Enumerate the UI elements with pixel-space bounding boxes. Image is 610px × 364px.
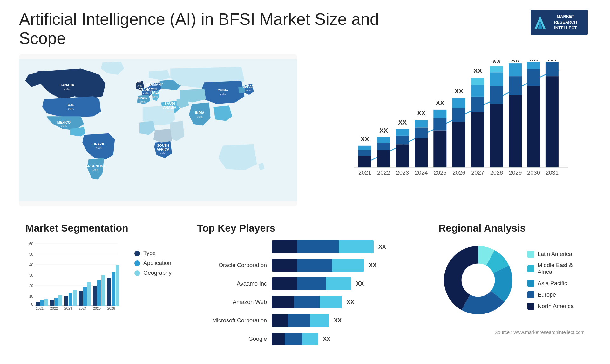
svg-point-108 [462, 264, 495, 297]
player-value-avaamo: XX [356, 280, 364, 287]
svg-rect-19 [396, 129, 409, 136]
svg-rect-18 [396, 136, 409, 144]
uk-value: xx% [137, 84, 143, 88]
page-container: Artificial Intelligence (AI) in BFSI Mar… [0, 0, 610, 364]
svg-rect-37 [471, 112, 484, 167]
regional-container: Regional Analysis [432, 219, 591, 364]
svg-text:2028: 2028 [490, 170, 503, 176]
player-value-google: XX [323, 336, 330, 342]
svg-rect-7 [358, 156, 371, 167]
china-label: CHINA [218, 89, 228, 92]
svg-text:XX: XX [398, 119, 407, 126]
svg-rect-85 [50, 300, 54, 306]
japan-value: xx% [246, 89, 252, 92]
svg-rect-13 [377, 143, 390, 150]
italy-label: ITALY [150, 91, 159, 94]
svg-rect-43 [490, 104, 503, 167]
svg-rect-9 [358, 146, 371, 150]
sa-label: SOUTH [157, 144, 169, 147]
player-bar-area-1: XX [272, 240, 413, 253]
svg-text:XX: XX [436, 99, 444, 106]
svg-text:2029: 2029 [509, 170, 522, 176]
uk-label: U.K. [136, 80, 143, 84]
svg-rect-98 [73, 290, 77, 306]
svg-text:2031: 2031 [546, 170, 559, 176]
svg-rect-84 [36, 302, 40, 306]
svg-rect-44 [490, 86, 503, 104]
application-dot [134, 260, 140, 266]
bottom-section: Market Segmentation 60 50 40 30 20 10 0 [19, 219, 591, 364]
svg-text:XX: XX [473, 67, 482, 74]
geography-label: Geography [143, 270, 172, 276]
svg-rect-24 [415, 120, 428, 128]
player-row-microsoft: Microsoft Corporation XX [197, 314, 413, 327]
player-name-amazon: Amazon Web [197, 299, 267, 306]
us-label: U.S. [68, 103, 74, 107]
player-name-oracle: Oracle Corporation [197, 262, 267, 269]
donut-svg [438, 240, 518, 320]
us-value: xx% [68, 107, 74, 111]
brazil-value: xx% [96, 146, 102, 149]
svg-rect-90 [40, 300, 44, 306]
sa-label2: AFRICA [157, 147, 170, 151]
player-row-avaamo: Avaamo Inc XX [197, 277, 413, 290]
europe-color [527, 291, 534, 298]
svg-rect-59 [546, 76, 559, 167]
players-chart: XX Oracle Corporation XX [197, 240, 413, 345]
svg-rect-28 [433, 118, 446, 130]
svg-rect-33 [452, 108, 465, 122]
svg-rect-95 [112, 272, 115, 306]
saudi-label: SAUDI [165, 102, 175, 105]
regional-legend: Latin America Middle East & Africa Asia … [527, 251, 585, 310]
svg-rect-56 [527, 62, 540, 69]
canada-label: CANADA [59, 83, 74, 87]
svg-rect-86 [64, 296, 68, 306]
svg-rect-38 [471, 97, 484, 112]
legend-middle-east: Middle East & Africa [527, 262, 585, 275]
player-name-google: Google [197, 336, 267, 342]
player-value-oracle: XX [369, 262, 376, 269]
svg-text:2026: 2026 [452, 170, 465, 176]
svg-text:2024: 2024 [415, 170, 428, 176]
svg-text:2024: 2024 [79, 307, 86, 310]
player-row-oracle: Oracle Corporation XX [197, 259, 413, 272]
players-title: Top Key Players [197, 222, 413, 234]
svg-text:2027: 2027 [471, 170, 484, 176]
svg-text:60: 60 [29, 242, 34, 246]
mexico-label: MEXICO [57, 120, 71, 124]
svg-rect-32 [452, 122, 465, 167]
player-bar-area-oracle: XX [272, 259, 413, 272]
svg-text:2026: 2026 [107, 307, 115, 310]
saudi-value: xx% [167, 110, 173, 113]
middle-east-color [527, 265, 534, 272]
argentina-label: ARGENTINA [85, 164, 106, 168]
legend-north-america: North America [527, 303, 585, 310]
donut-chart [438, 240, 518, 320]
player-bar-avaamo [272, 277, 351, 290]
type-dot [134, 251, 140, 256]
legend-europe: Europe [527, 291, 585, 298]
italy-value: xx% [152, 95, 158, 98]
legend-application: Application [134, 260, 172, 266]
svg-rect-34 [452, 98, 465, 108]
logo-area: MARKET RESEARCH INTELLECT [527, 10, 591, 35]
svg-rect-22 [415, 138, 428, 167]
svg-text:2023: 2023 [396, 170, 409, 176]
svg-text:XX: XX [455, 88, 463, 95]
bar-chart-container: XX 2021 XX 2022 XX 2023 XX 2024 [310, 54, 591, 206]
player-bar-google [272, 333, 318, 345]
player-value-amazon: XX [347, 299, 354, 306]
latin-america-label: Latin America [538, 251, 572, 258]
sa-value: xx% [160, 152, 166, 155]
germany-label: GERMANY [146, 83, 163, 86]
svg-rect-54 [527, 86, 540, 167]
svg-rect-55 [527, 69, 540, 86]
legend-latin-america: Latin America [527, 251, 585, 258]
player-bar-area-avaamo: XX [272, 277, 413, 290]
svg-rect-60 [546, 62, 559, 77]
india-label: INDIA [195, 111, 204, 115]
logo-text: MARKET RESEARCH INTELLECT [541, 14, 577, 31]
asia-pacific-label: Asia Pacific [538, 280, 567, 287]
svg-rect-50 [509, 76, 522, 95]
svg-rect-29 [433, 110, 446, 118]
